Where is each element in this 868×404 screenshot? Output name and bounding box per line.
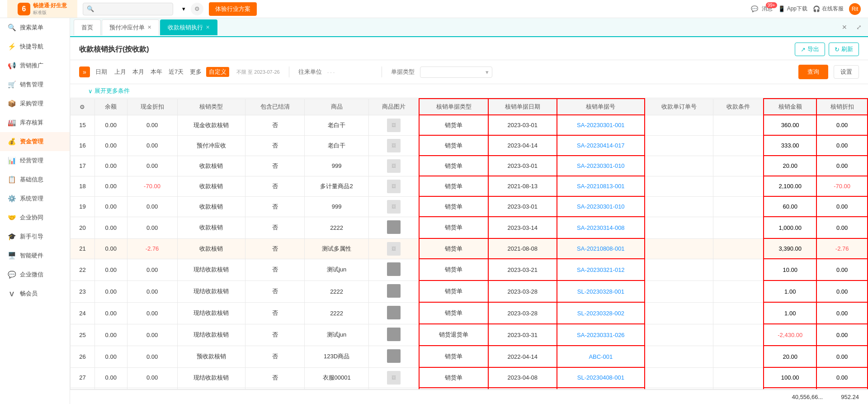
date-link-this-month[interactable]: 本月 [131,67,146,77]
sidebar-item-wechat[interactable]: 💬 企业微信 [0,265,70,284]
sidebar-item-marketing[interactable]: 📢 营销推广 [0,56,70,75]
date-link-7days[interactable]: 近7天 [167,67,185,77]
cell-cash-discount: 0.00 [127,367,177,388]
cell-verify-bill-type: 销货单 [419,135,488,156]
cell-goods-img [369,280,420,302]
cell-no: 22 [71,259,95,280]
cell-balance: 0.00 [94,324,127,346]
cell-verify-type: 收款核销 [177,217,245,238]
sidebar-item-hardware[interactable]: 🖥️ 智能硬件 [0,246,70,265]
table-row: 15 0.00 0.00 现金收款核销 否 老白干 🖼 销货单 2023-03-… [71,115,868,135]
sidebar-item-label: 销售管理 [20,81,43,89]
close-tab-button[interactable]: ✕ [839,22,850,33]
cell-verify-no[interactable]: SA-20230414-017 [557,135,645,156]
cell-verify-type: 现结收款核销 [177,324,245,346]
expand-more-button[interactable]: ∨ 展开更多条件 [88,87,130,95]
settings-button[interactable]: 设置 [834,65,859,79]
sidebar-item-operations[interactable]: 📊 经营管理 [0,151,70,170]
cell-verify-no[interactable]: ABC-001 [557,346,645,367]
goods-image-placeholder: 🖼 [387,139,401,152]
cell-verify-bill-type: 销货退货单 [419,324,488,346]
date-link-this-year[interactable]: 本年 [149,67,164,77]
goods-image-placeholder: 🖼 [387,200,401,214]
footer-discount-total: 952.24 [841,394,859,400]
date-link-prev-month[interactable]: 上月 [113,67,128,77]
cell-verify-bill-type: 销货单 [419,259,488,280]
bill-type-select-wrap[interactable] [420,67,492,78]
export-button[interactable]: ↗ 导出 [795,43,825,56]
tab-verify-close[interactable]: ✕ [206,24,210,30]
bill-type-select[interactable] [420,67,492,78]
sidebar-item-quicknav[interactable]: ⚡ 快捷导航 [0,37,70,56]
goods-image-thumb [387,284,401,298]
cell-verify-no[interactable]: SA-20230301-010 [557,156,645,176]
cell-cash-discount: 0.00 [127,302,177,324]
cell-verify-type: 现结收款核销 [177,367,245,388]
cell-goods-img: 🖼 [369,135,420,156]
from-unit-dots[interactable]: ··· [327,69,373,76]
dropdown-arrow[interactable]: ▾ [182,5,185,12]
bill-type-label: 单据类型 [391,68,415,76]
sidebar-item-system[interactable]: ⚙️ 系统管理 [0,189,70,208]
cell-goods: 2222 [305,217,369,238]
guide-icon: 🎓 [7,233,16,241]
goods-image-thumb [387,349,401,363]
sidebar-item-label: 企业协同 [20,214,43,222]
cell-verify-discount: 0.00 [816,346,868,367]
base-icon: 📋 [7,176,16,184]
cell-verify-no[interactable]: SL-20230408-001 [557,367,645,388]
cell-verify-no[interactable]: SA-20230331-026 [557,324,645,346]
app-download-link[interactable]: 📱 App下载 [778,5,807,13]
online-service-link[interactable]: 🎧 在线客服 [813,5,844,13]
query-button[interactable]: 查询 [798,65,828,79]
col-header-goods-img: 商品图片 [369,99,420,115]
gear-button[interactable]: ⚙ [191,3,203,15]
cell-receipt-order-no [645,135,713,156]
user-avatar[interactable]: Rit [849,3,861,15]
cell-verify-discount: -70.00 [816,176,868,196]
sidebar-item-guide[interactable]: 🎓 新手引导 [0,227,70,246]
sidebar-item-base[interactable]: 📋 基础信息 [0,170,70,189]
tab-verify[interactable]: 收款核销执行 ✕ [160,19,217,35]
refresh-button[interactable]: ↻ 刷新 [829,43,859,56]
industry-solution-button[interactable]: 体验行业方案 [209,2,257,16]
cell-verify-discount: 0.00 [816,259,868,280]
tab-home[interactable]: 首页 [74,19,101,35]
cell-no: 25 [71,324,95,346]
sidebar-item-corp[interactable]: 🤝 企业协同 [0,208,70,227]
sidebar-item-sales[interactable]: 🛒 销售管理 [0,75,70,94]
sidebar-item-member[interactable]: V 畅会员 [0,284,70,303]
finance-icon: 💰 [7,138,16,146]
cell-receipt-cond [713,324,764,346]
top-search-box[interactable]: 🔍 [83,3,173,15]
cell-verify-no[interactable]: SA-20230314-008 [557,217,645,238]
cell-no: 24 [71,302,95,324]
date-link-custom[interactable]: 自定义 [206,67,229,77]
filter-expand-button[interactable]: » [79,67,90,77]
tab-prepay[interactable]: 预付冲应付单 ✕ [102,19,159,35]
cell-verify-no[interactable]: SL-20230328-002 [557,302,645,324]
date-link-more[interactable]: 更多 [188,67,203,77]
sidebar-item-finance[interactable]: 💰 资金管理 [0,132,70,151]
cell-included: 否 [245,367,305,388]
table-scroll[interactable]: ⚙ 余额 现金折扣 核销类型 包含已结清 商品 商品图片 核销单据类型 核销单据… [70,98,868,389]
maximize-tab-button[interactable]: ⤢ [854,22,864,33]
sidebar-item-search[interactable]: 🔍 搜索菜单 [0,18,70,37]
cell-goods: 2222 [305,302,369,324]
cell-verify-no[interactable]: SA-20210813-001 [557,176,645,196]
cell-no: 23 [71,280,95,302]
table-row: 22 0.00 0.00 现结收款核销 否 测试jun 销货单 2023-03-… [71,259,868,280]
cell-verify-no[interactable]: SA-20210808-001 [557,238,645,259]
cell-verify-no[interactable]: SA-20230321-012 [557,259,645,280]
cell-verify-no[interactable]: SL-20230328-001 [557,280,645,302]
sidebar-item-label: 畅会员 [20,290,38,298]
cell-verify-no[interactable]: SA-20230301-010 [557,196,645,217]
cell-verify-no[interactable]: SA-20230301-001 [557,115,645,135]
table-header-row: ⚙ 余额 现金折扣 核销类型 包含已结清 商品 商品图片 核销单据类型 核销单据… [71,99,868,115]
sidebar-item-inventory[interactable]: 🏭 库存核算 [0,113,70,132]
cell-goods: 2222 [305,280,369,302]
message-icon-wrap[interactable]: 💬 99+ 消息 [751,5,773,13]
tab-prepay-close[interactable]: ✕ [147,24,151,30]
sidebar-item-purchase[interactable]: 📦 采购管理 [0,94,70,113]
cell-receipt-cond [713,115,764,135]
